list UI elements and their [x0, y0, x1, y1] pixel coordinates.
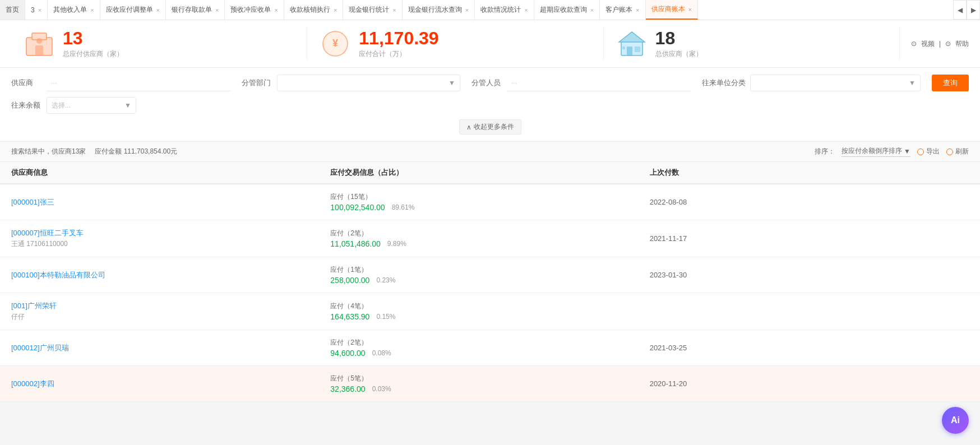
filter-balance: 往来余额 选择... ▼ [11, 97, 346, 114]
supplier-link[interactable]: [000001]张三 [11, 198, 54, 206]
nav-tab-receipt-stat[interactable]: 收款情况统计× [475, 0, 534, 20]
supplier-info-cell: [000100]本特勒油品有限公司 [11, 270, 330, 280]
nav-tab-pre-receive[interactable]: 预收冲应收单× [225, 0, 284, 20]
supplier-sub-info: 王通 17106110000 [11, 239, 330, 249]
filter-category: 往来单位分类 ▼ [702, 75, 921, 91]
col-last-pay: 上次付数 [650, 168, 969, 178]
payable-label: 应付（15笔） [330, 192, 649, 202]
payable-info-cell: 应付（2笔）94,600.000.08% [330, 338, 649, 358]
category-select[interactable]: ▼ [750, 75, 921, 91]
supplier-link[interactable]: [000100]本特勒油品有限公司 [11, 271, 105, 279]
help-link[interactable]: 帮助 [955, 39, 969, 49]
payable-label: 应付（2笔） [330, 229, 649, 238]
summary-card-amount: ¥ 11,170.39 应付合计（万） [307, 27, 603, 61]
supplier-link[interactable]: [000007]恒旺二手叉车 [11, 229, 84, 237]
balance-select[interactable]: 选择... ▼ [47, 97, 136, 114]
svg-rect-10 [622, 47, 625, 49]
filter-row-2: 往来余额 选择... ▼ [11, 97, 969, 114]
supplier-input[interactable] [47, 75, 230, 91]
nav-tab-customer-ledger[interactable]: 客户账本× [600, 0, 645, 20]
refresh-button[interactable]: 刷新 [946, 147, 969, 156]
supplier-link[interactable]: [000002]李四 [11, 379, 54, 388]
person-input[interactable] [507, 75, 691, 91]
payable-amount[interactable]: 164,635.90 [330, 312, 369, 321]
nav-tab-overdue-ar[interactable]: 超期应收款查询× [534, 0, 600, 20]
close-tab-supplier-ledger[interactable]: × [688, 6, 692, 13]
close-tab-customer-ledger[interactable]: × [636, 7, 639, 13]
collapse-icon: ∧ [466, 123, 471, 131]
nav-tab-cash-bank-stat[interactable]: 现金银行统计× [343, 0, 402, 20]
refresh-label: 刷新 [955, 147, 969, 156]
supplier-link[interactable]: [000012]广州贝瑞 [11, 344, 69, 352]
payable-label: 应付（1笔） [330, 265, 649, 275]
nav-tab-tab3[interactable]: 3× [25, 0, 48, 20]
amount-icon: ¥ [318, 27, 352, 61]
payable-amount[interactable]: 258,000.00 [330, 276, 369, 285]
payable-info-cell: 应付（5笔）32,366.000.03% [330, 374, 649, 393]
payable-amount[interactable]: 100,092,540.00 [330, 203, 385, 212]
close-tab-overdue-ar[interactable]: × [590, 7, 594, 13]
query-button[interactable]: 查询 [932, 75, 969, 91]
close-tab-ar-ap-adjust[interactable]: × [156, 7, 160, 13]
supplier-label: 供应商 [11, 78, 42, 88]
sort-label: 排序： [815, 147, 835, 156]
close-tab-tab3[interactable]: × [38, 7, 41, 13]
payable-label: 应付（4笔） [330, 302, 649, 311]
collapse-button[interactable]: ∧ 收起更多条件 [459, 119, 521, 135]
results-suppliers-text: 搜索结果中，供应商13家 [11, 147, 86, 156]
svg-marker-7 [619, 32, 645, 42]
nav-tab-cash-flow-query[interactable]: 现金银行流水查询× [403, 0, 475, 20]
dept-select[interactable]: ▼ [277, 75, 461, 91]
close-tab-cash-bank-stat[interactable]: × [392, 7, 396, 13]
balance-label: 往来余额 [11, 100, 42, 110]
video-link[interactable]: 视频 [921, 39, 935, 49]
table-body: [000001]张三应付（15笔）100,092,540.0089.61%202… [0, 184, 980, 402]
close-tab-other-income[interactable]: × [90, 7, 94, 13]
close-tab-receipt-verify[interactable]: × [334, 7, 337, 13]
nav-tab-other-income[interactable]: 其他收入单× [48, 0, 100, 20]
supplier-info-cell: [000002]李四 [11, 379, 330, 389]
filter-row-1: 供应商 分管部门 ▼ 分管人员 往来单位分类 ▼ 查询 [11, 75, 969, 91]
close-tab-bank-deposit[interactable]: × [215, 7, 219, 13]
last-pay-cell: 2022-08-08 [650, 198, 969, 206]
nav-prev-arrow[interactable]: ◀ [953, 0, 967, 20]
last-pay-cell: 2021-03-25 [650, 344, 969, 352]
sort-chevron: ▼ [904, 147, 910, 155]
payable-amount[interactable]: 32,366.00 [330, 384, 365, 393]
payable-amount[interactable]: 11,051,486.00 [330, 239, 381, 248]
nav-next-arrow[interactable]: ▶ [967, 0, 980, 20]
results-amount-text: 应付金额 111,703,854.00元 [95, 147, 177, 156]
nav-tab-bank-deposit[interactable]: 银行存取款单× [166, 0, 225, 20]
video-icon: ⊙ [911, 40, 917, 48]
results-bar: 搜索结果中，供应商13家 应付金额 111,703,854.00元 排序： 按应… [0, 142, 980, 162]
payable-suppliers-label: 总应付供应商（家） [63, 49, 123, 59]
col-supplier-info: 供应商信息 [11, 168, 330, 178]
col-payable-info: 应付交易信息（占比） [330, 168, 649, 178]
filter-dept: 分管部门 ▼ [242, 75, 461, 91]
nav-tab-receipt-verify[interactable]: 收款核销执行× [284, 0, 343, 20]
payable-amount-label: 应付合计（万） [359, 49, 438, 59]
nav-tab-home[interactable]: 首页 [0, 0, 25, 20]
nav-tab-supplier-ledger[interactable]: 供应商账本× [646, 0, 698, 20]
sort-select[interactable]: 按应付余额倒序排序 ▼ [842, 146, 910, 157]
svg-rect-2 [35, 45, 43, 55]
supplier-link[interactable]: [001]广州荣轩 [11, 302, 57, 310]
payable-amount[interactable]: 94,600.00 [330, 349, 365, 358]
close-tab-pre-receive[interactable]: × [274, 7, 278, 13]
close-tab-cash-flow-query[interactable]: × [465, 7, 469, 13]
payable-percent: 89.61% [392, 203, 415, 211]
table-row: [000001]张三应付（15笔）100,092,540.0089.61%202… [0, 184, 980, 220]
table-row: [000100]本特勒油品有限公司应付（1笔）258,000.000.23%20… [0, 257, 980, 293]
summary-card-total-suppliers: 18 总供应商（家） [604, 27, 900, 61]
payable-percent: 0.15% [376, 313, 395, 321]
export-button[interactable]: 导出 [917, 147, 940, 156]
sort-value: 按应付余额倒序排序 [842, 146, 902, 156]
balance-placeholder: 选择... [52, 101, 71, 110]
data-table: 供应商信息 应付交易信息（占比） 上次付数 [000001]张三应付（15笔）1… [0, 162, 980, 402]
supplier-info-cell: [000012]广州贝瑞 [11, 343, 330, 353]
top-right-links: ⊙ 视频 | ⊙ 帮助 [900, 39, 969, 49]
nav-tab-ar-ap-adjust[interactable]: 应收应付调整单× [100, 0, 166, 20]
close-tab-receipt-stat[interactable]: × [524, 7, 528, 13]
total-payable-suppliers: 13 [63, 29, 123, 47]
payable-info-cell: 应付（1笔）258,000.000.23% [330, 265, 649, 285]
